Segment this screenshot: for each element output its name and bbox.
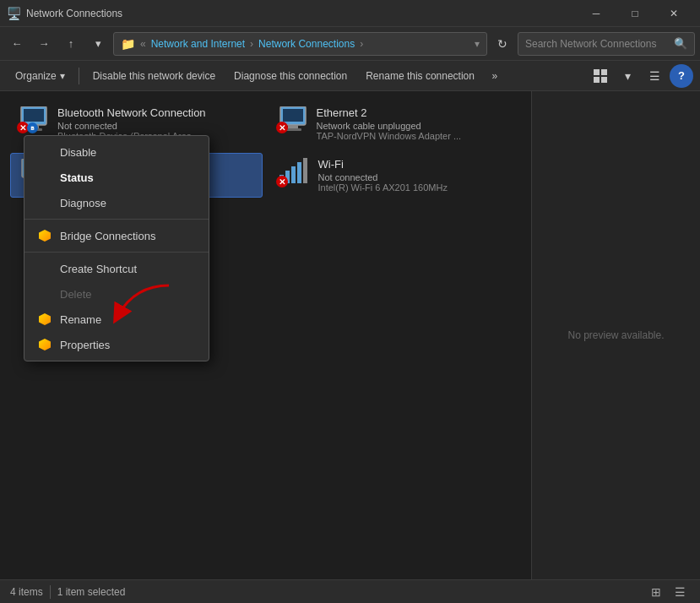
item-status-ethernet2: Network cable unplugged <box>317 121 515 131</box>
view-dropdown-button[interactable]: ▾ <box>616 64 639 88</box>
diagnose-button[interactable]: Diagnose this connection <box>225 64 355 88</box>
svg-rect-18 <box>291 166 296 183</box>
ctx-sep-2 <box>24 252 209 253</box>
item-status-wifi: Not connected <box>318 172 515 182</box>
network-item-wifi[interactable]: ✕ Wi-Fi Not connected Intel(R) Wi-Fi 6 A… <box>269 153 522 198</box>
ctx-bridge-icon <box>38 229 52 242</box>
view-grid-button[interactable] <box>589 64 612 88</box>
path-icon: 📁 <box>121 37 135 51</box>
view-list-button[interactable]: ☰ <box>643 64 666 88</box>
organize-arrow: ▾ <box>60 70 65 82</box>
item-status-bluetooth: Not connected <box>57 121 256 131</box>
svg-rect-19 <box>297 162 301 183</box>
address-path[interactable]: 📁 « Network and Internet › Network Conne… <box>113 32 487 56</box>
error-badge-ethernet2: ✕ <box>276 122 288 133</box>
svg-rect-5 <box>24 109 44 122</box>
status-view-grid[interactable]: ⊞ <box>646 582 666 602</box>
ctx-bridge[interactable]: Bridge Connections <box>24 223 209 248</box>
ctx-status-label: Status <box>60 171 94 184</box>
svg-rect-20 <box>303 158 307 183</box>
up-button[interactable]: ↑ <box>59 32 83 56</box>
breadcrumb-sep: « <box>140 38 146 50</box>
ctx-disable-icon <box>38 145 52 159</box>
path-dropdown[interactable]: ▾ <box>475 38 480 50</box>
organize-button[interactable]: Organize ▾ <box>7 64 73 88</box>
svg-rect-10 <box>288 125 298 128</box>
item-name-wifi: Wi-Fi <box>318 158 515 171</box>
search-icon: 🔍 <box>674 37 687 50</box>
item-icon-wrapper-ethernet2: ✕ <box>276 106 308 133</box>
ctx-status[interactable]: Status <box>24 165 209 190</box>
window-icon: 🖥️ <box>7 7 21 20</box>
file-list: ✕ ʙ Bluetooth Network Connection Not con… <box>0 91 531 579</box>
window-controls: ─ □ ✕ <box>577 0 693 27</box>
help-button[interactable]: ? <box>670 64 693 88</box>
ctx-diagnose-label: Diagnose <box>60 197 106 209</box>
svg-rect-3 <box>601 77 607 83</box>
item-name-ethernet2: Ethernet 2 <box>317 106 515 119</box>
toolbar: Organize ▾ Disable this network device D… <box>0 61 700 91</box>
refresh-button[interactable]: ↻ <box>491 32 514 56</box>
item-icon-wrapper-wifi: ✕ <box>276 158 310 187</box>
rename-button[interactable]: Rename this connection <box>357 64 483 88</box>
item-info-ethernet2: Ethernet 2 Network cable unplugged TAP-N… <box>317 106 515 141</box>
ctx-disable[interactable]: Disable <box>24 139 209 165</box>
ctx-diagnose[interactable]: Diagnose <box>24 190 209 215</box>
error-badge-wifi: ✕ <box>276 176 288 187</box>
ctx-properties[interactable]: Properties <box>24 332 209 357</box>
forward-button[interactable]: → <box>32 32 56 56</box>
ctx-disable-label: Disable <box>60 146 96 159</box>
ctx-status-icon <box>38 171 52 184</box>
address-bar: ← → ↑ ▾ 📁 « Network and Internet › Netwo… <box>0 27 700 61</box>
recent-button[interactable]: ▾ <box>86 32 110 56</box>
disable-button[interactable]: Disable this network device <box>84 64 224 88</box>
ctx-properties-icon <box>38 338 52 351</box>
ctx-sep-1 <box>24 219 209 220</box>
title-bar: 🖥️ Network Connections ─ □ ✕ <box>0 0 700 27</box>
search-input[interactable] <box>525 38 669 50</box>
search-box[interactable]: 🔍 <box>518 32 695 56</box>
item-name-bluetooth: Bluetooth Network Connection <box>57 106 256 119</box>
ctx-shortcut-icon <box>38 262 52 275</box>
item-detail-ethernet2: TAP-NordVPN Windows Adapter ... <box>317 131 515 141</box>
ctx-delete-label: Delete <box>60 288 92 301</box>
ctx-delete-icon <box>38 287 52 301</box>
status-count: 4 items <box>10 586 43 598</box>
ctx-rename-label: Rename <box>60 313 101 326</box>
ctx-shortcut-label: Create Shortcut <box>60 263 137 275</box>
path-end-sep: › <box>360 38 363 50</box>
ctx-rename-icon <box>38 312 52 326</box>
status-selected: 1 item selected <box>57 586 126 598</box>
network-item-ethernet2[interactable]: ✕ Ethernet 2 Network cable unplugged TAP… <box>269 101 522 146</box>
svg-rect-2 <box>594 77 600 83</box>
organize-label: Organize <box>15 70 57 82</box>
close-button[interactable]: ✕ <box>654 0 693 27</box>
ctx-diagnose-icon <box>38 196 52 209</box>
status-right: ⊞ ☰ <box>646 582 690 602</box>
main-content: ✕ ʙ Bluetooth Network Connection Not con… <box>0 91 700 579</box>
svg-rect-9 <box>283 109 303 122</box>
path-separator: › <box>250 38 253 50</box>
breadcrumb-network-connections[interactable]: Network Connections <box>258 38 355 50</box>
restore-button[interactable]: □ <box>616 0 654 27</box>
item-detail-wifi: Intel(R) Wi-Fi 6 AX201 160MHz <box>318 182 515 193</box>
ctx-bridge-label: Bridge Connections <box>60 230 155 242</box>
arrow-indicator <box>101 277 177 328</box>
item-icon-wrapper-bluetooth: ✕ ʙ <box>17 106 49 133</box>
preview-panel: No preview available. <box>531 91 700 579</box>
status-bar: 4 items 1 item selected ⊞ ☰ <box>0 579 700 603</box>
toolbar-separator <box>79 68 79 84</box>
ctx-properties-label: Properties <box>60 339 110 351</box>
minimize-button[interactable]: ─ <box>577 0 616 27</box>
bluetooth-badge: ʙ <box>27 122 38 133</box>
item-info-wifi: Wi-Fi Not connected Intel(R) Wi-Fi 6 AX2… <box>318 158 515 193</box>
back-button[interactable]: ← <box>5 32 29 56</box>
status-separator-1 <box>50 585 51 599</box>
toolbar-right: ▾ ☰ ? <box>589 64 693 88</box>
status-view-list[interactable]: ☰ <box>670 582 690 602</box>
preview-text: No preview available. <box>567 329 664 341</box>
more-button[interactable]: » <box>485 64 505 88</box>
breadcrumb-network-internet[interactable]: Network and Internet <box>151 38 245 50</box>
svg-rect-1 <box>601 69 607 75</box>
svg-rect-0 <box>594 69 600 75</box>
